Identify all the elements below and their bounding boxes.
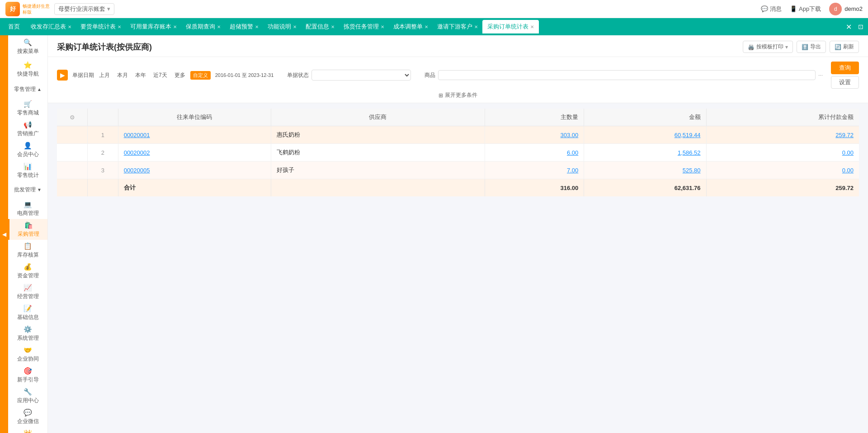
cell-paid[interactable]: 0.00 [706, 162, 859, 179]
sidebar-item-app-center[interactable]: 🔧 应用中心 [8, 385, 47, 406]
sidebar-item-marketing[interactable]: 📢 营销推广 [8, 119, 47, 139]
refresh-btn[interactable]: 🔄 刷新 [830, 41, 859, 53]
tab-func-desc[interactable]: 功能说明 ✕ [263, 20, 301, 33]
tab-cost-adjust[interactable]: 成本调整单 ✕ [389, 20, 433, 33]
nav-tabs-bar: 首页 收发存汇总表 ✕ 要货单统计表 ✕ 可用量库存账本 ✕ 保质期查询 ✕ 超… [0, 18, 868, 35]
cell-amount[interactable]: 1,586.52 [584, 144, 706, 162]
sidebar-item-finance[interactable]: 💰 资金管理 [8, 261, 47, 281]
cell-supplier-code[interactable]: 00020002 [118, 144, 271, 162]
tab-home[interactable]: 首页 [2, 20, 26, 33]
tab-overstock[interactable]: 超储预警 ✕ [225, 20, 263, 33]
filter-settings-btn[interactable]: 设置 [831, 76, 859, 89]
print-icon: 🖨️ [748, 44, 755, 50]
shortcut-icon: ⭐ [24, 61, 32, 69]
sidebar-toggle[interactable]: ◀ [0, 35, 8, 433]
table-footer-row: 合计 316.00 62,631.76 259.72 [57, 179, 859, 197]
cell-qty[interactable]: 6.00 [485, 144, 584, 162]
date-more-btn[interactable]: 更多 [172, 71, 188, 80]
user-avatar[interactable]: d demo2 [829, 3, 863, 15]
refresh-icon: 🔄 [835, 44, 841, 50]
table-settings-icon[interactable]: ⚙ [70, 114, 75, 121]
cell-qty[interactable]: 303.00 [485, 126, 584, 144]
top-bar: 好 畅捷通好生意 标版 母婴行业演示账套 ▾ 💬 消息 📱 App下载 d de… [0, 0, 868, 18]
tab-purchase-stat[interactable]: 采购订单统计表 ✕ [482, 20, 539, 33]
date-last-month-btn[interactable]: 上月 [97, 71, 112, 80]
filter-toggle-btn[interactable]: ▶ [57, 70, 68, 81]
goods-more-btn[interactable]: ··· [818, 72, 823, 78]
col-settings-header: ⚙ [57, 109, 88, 126]
filter-area: ▶ 单据日期 上月 本月 本年 近7天 更多 自定义 2016-01-01 至 … [48, 57, 868, 103]
col-amount-header: 金额 [584, 109, 706, 126]
cell-paid[interactable]: 259.72 [706, 126, 859, 144]
sidebar-item-search[interactable]: 🔍 搜索菜单 [8, 35, 47, 58]
tab-close-icon[interactable]: ✕ [530, 24, 534, 29]
sidebar-item-purchase[interactable]: 🛍️ 采购管理 [8, 219, 47, 240]
goods-input[interactable] [438, 70, 816, 80]
date-this-year-btn[interactable]: 本年 [133, 71, 148, 80]
tab-collect-pay[interactable]: 收发存汇总表 ✕ [26, 20, 76, 33]
status-select[interactable] [311, 70, 411, 81]
tab-expiry-query[interactable]: 保质期查询 ✕ [181, 20, 225, 33]
message-btn[interactable]: 💬 消息 [761, 5, 782, 13]
tab-config-info[interactable]: 配置信息 ✕ [301, 20, 339, 33]
sidebar-item-vip[interactable]: 👑 畅会员 [8, 427, 47, 433]
sidebar-item-retail-stat[interactable]: 📊 零售统计 [8, 160, 47, 181]
sidebar-item-system[interactable]: ⚙️ 系统管理 [8, 323, 47, 344]
page-title: 采购订单统计表(按供应商) [57, 42, 152, 52]
nav-expand-btn[interactable]: ⊡ [855, 22, 866, 31]
sidebar-item-ecommerce[interactable]: 💻 电商管理 [8, 198, 47, 219]
workspace-selector[interactable]: 母婴行业演示账套 ▾ [54, 3, 114, 15]
date-7days-btn[interactable]: 近7天 [151, 71, 170, 80]
table-area: ⚙ 往来单位编码 供应商 主数量 金额 累计付款金额 1 00020001 惠氏… [48, 103, 868, 433]
finance-icon: 💰 [24, 263, 32, 271]
sidebar-item-wholesale[interactable]: 批发管理 ▼ [8, 181, 47, 198]
cell-supplier-code[interactable]: 00020001 [118, 126, 271, 144]
marketing-icon: 📢 [24, 121, 32, 129]
tab-invite-downstream[interactable]: 邀请下游客户 ✕ [433, 20, 482, 33]
col-qty-header: 主数量 [485, 109, 584, 126]
export-btn[interactable]: ⬆️ 导出 [797, 41, 826, 53]
filter-goods-group: 商品 ··· [425, 70, 823, 80]
footer-blank-cell [271, 179, 485, 197]
cell-amount[interactable]: 60,519.44 [584, 126, 706, 144]
tab-pick-task[interactable]: 拣货任务管理 ✕ [339, 20, 389, 33]
sidebar-item-basic[interactable]: 📝 基础信息 [8, 302, 47, 323]
sidebar-item-member[interactable]: 👤 会员中心 [8, 139, 47, 160]
nav-close-btn[interactable]: ✕ [843, 22, 854, 32]
cell-supplier-code[interactable]: 00020005 [118, 162, 271, 179]
cell-qty[interactable]: 7.00 [485, 162, 584, 179]
cell-paid[interactable]: 0.00 [706, 144, 859, 162]
sidebar-item-operations[interactable]: 📈 经营管理 [8, 281, 47, 302]
tab-goods-stat[interactable]: 要货单统计表 ✕ [76, 20, 126, 33]
member-icon: 👤 [24, 142, 32, 150]
expand-conditions-btn[interactable]: ⊞ 展开更多条件 [439, 91, 477, 99]
goods-label: 商品 [425, 71, 435, 79]
sidebar-item-shortcut[interactable]: ⭐ 快捷导航 [8, 58, 47, 81]
date-custom-badge[interactable]: 自定义 [190, 71, 211, 80]
inventory-icon: 📋 [24, 242, 32, 250]
expand-icon: ⊞ [439, 92, 443, 99]
cell-supplier-name: 好孩子 [271, 162, 485, 179]
footer-amount-cell: 62,631.76 [584, 179, 706, 197]
sidebar-item-enterprise[interactable]: 🤝 企业协同 [8, 344, 47, 365]
query-btn[interactable]: 查询 [831, 62, 859, 74]
vip-icon: 👑 [24, 429, 32, 433]
export-icon: ⬆️ [802, 44, 808, 50]
sidebar-item-retail[interactable]: 零售管理 ▲ [8, 81, 47, 98]
sidebar-item-inventory[interactable]: 📋 库存核算 [8, 240, 47, 261]
template-print-btn[interactable]: 🖨️ 按模板打印 ▾ [743, 41, 793, 53]
app-download-btn[interactable]: 📱 App下载 [790, 5, 821, 13]
workspace-dropdown-icon: ▾ [107, 5, 110, 12]
user-name: demo2 [844, 5, 863, 12]
table-row: 1 00020001 惠氏奶粉 303.00 60,519.44 259.72 [57, 126, 859, 144]
search-icon: 🔍 [24, 38, 32, 47]
date-this-month-btn[interactable]: 本月 [115, 71, 130, 80]
sidebar-item-enterprise-wechat[interactable]: 💬 企业微信 [8, 406, 47, 427]
sidebar-item-new-guide[interactable]: 🎯 新手引导 [8, 365, 47, 385]
purchase-icon: 🛍️ [24, 221, 33, 229]
retail-shop-icon: 🛒 [24, 100, 32, 108]
cell-num: 1 [88, 126, 118, 144]
tab-stock-ledger[interactable]: 可用量库存账本 ✕ [126, 20, 181, 33]
sidebar-item-retail-shop[interactable]: 🛒 零售商城 [8, 98, 47, 119]
cell-amount[interactable]: 525.80 [584, 162, 706, 179]
